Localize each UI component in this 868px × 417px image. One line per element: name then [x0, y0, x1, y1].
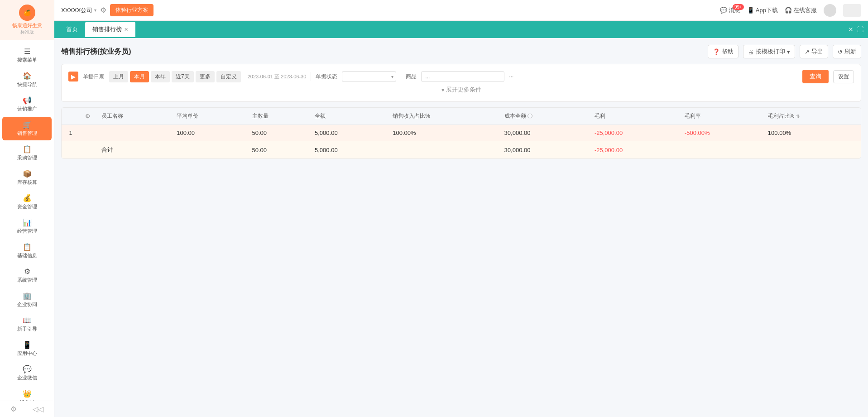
footer-profit-rate [679, 141, 762, 159]
setting-button[interactable]: 设置 [833, 70, 854, 83]
sidebar-system-label: 系统管理 [17, 277, 37, 283]
footer-empty-rank [62, 141, 80, 159]
expand-filters-button[interactable]: ▾ 展开更多条件 [71, 86, 852, 94]
col-avg-price: 平均单价 [171, 108, 246, 125]
query-button[interactable]: 查询 [802, 70, 829, 83]
help-button[interactable]: ❓ 帮助 [708, 45, 739, 58]
cell-profit-pct: 100.00% [762, 125, 861, 141]
sidebar-item-app-center[interactable]: 📱应用中心 [2, 337, 52, 360]
online-service-link[interactable]: 🎧 在线客服 [785, 6, 817, 14]
footer-qty: 50.00 [247, 141, 310, 159]
footer-empty-settings [80, 141, 96, 159]
profit-pct-sort-icon[interactable]: ⇅ [796, 114, 800, 119]
footer-profit-pct [762, 141, 861, 159]
sidebar-item-marketing[interactable]: 📢营销推广 [2, 92, 52, 116]
tab-0[interactable]: 首页 [59, 22, 85, 37]
status-select[interactable] [342, 71, 396, 82]
date-range-display: 2023-06-01 至 2023-06-30 [248, 73, 307, 80]
sidebar-item-wechat[interactable]: 💬企业微信 [2, 361, 52, 385]
sidebar-sales-label: 销售管理 [17, 130, 37, 137]
sidebar-finance-label: 资金管理 [17, 203, 37, 210]
sidebar-operations-label: 经营管理 [17, 228, 37, 235]
sidebar-item-quick-nav[interactable]: 🏠快捷导航 [2, 68, 52, 91]
sidebar-purchase-label: 采购管理 [17, 154, 37, 161]
sidebar-item-finance[interactable]: 💰资金管理 [2, 190, 52, 214]
print-button[interactable]: 🖨 按模板打印 ▾ [743, 45, 795, 58]
sidebar-item-inventory[interactable]: 📦库存核算 [2, 166, 52, 189]
sidebar-item-sales[interactable]: 🛒销售管理 [2, 117, 52, 140]
user-avatar[interactable] [824, 4, 836, 17]
footer-cost: 30,000.00 [499, 141, 589, 159]
date-filter-label: 单据日期 [83, 73, 105, 81]
try-industry-button[interactable]: 体验行业方案 [110, 4, 153, 16]
column-settings-icon[interactable]: ⚙ [85, 113, 91, 120]
cell-cost: 30,000.00 [499, 125, 589, 141]
sidebar-item-system[interactable]: ⚙系统管理 [2, 264, 52, 287]
sidebar-operations-icon: 📊 [23, 218, 32, 227]
filter-toggle-button[interactable]: ▶ [68, 72, 78, 81]
col-rank [62, 108, 80, 125]
more-fields-indicator[interactable]: ··· [509, 73, 513, 80]
date-btn-custom[interactable]: 自定义 [216, 71, 241, 82]
sidebar-item-member[interactable]: 👑畅会员 [2, 386, 52, 401]
cell-profit-rate: -500.00% [679, 125, 762, 141]
export-label: 导出 [811, 48, 823, 56]
sidebar-system-icon: ⚙ [24, 267, 30, 276]
topbar-left: XXXXX公司 ▾ ⚙ 体验行业方案 [61, 4, 153, 16]
cost-help-icon[interactable]: ⓘ [528, 113, 532, 119]
col-profit-rate: 毛利率 [679, 108, 762, 125]
sidebar-item-purchase[interactable]: 📋采购管理 [2, 141, 52, 165]
sidebar-item-basic-info[interactable]: 📋基础信息 [2, 239, 52, 263]
app-download-link[interactable]: 📱 App下载 [747, 6, 778, 14]
company-selector[interactable]: XXXXX公司 ▾ [61, 6, 96, 14]
footer-amount: 5,000.00 [309, 141, 387, 159]
sidebar-marketing-label: 营销推广 [17, 105, 37, 112]
tab-1[interactable]: 销售排行榜✕ [85, 22, 135, 37]
cell-sales-pct: 100.00% [387, 125, 499, 141]
col-cost: 成本全额 ⓘ [499, 108, 589, 125]
refresh-button[interactable]: ↺ 刷新 [833, 45, 861, 58]
col-settings[interactable]: ⚙ [80, 108, 96, 125]
tab-list: 首页销售排行榜✕ [59, 22, 454, 37]
message-area[interactable]: 💬 消息 99+ [720, 6, 740, 14]
col-sales-pct: 销售收入占比% [387, 108, 499, 125]
status-select-container [342, 71, 396, 82]
topbar-gear-icon[interactable]: ⚙ [100, 6, 106, 14]
page-header: 销售排行榜(按业务员) ❓ 帮助 🖨 按模板打印 ▾ ↗ 导出 ↺ 刷新 [61, 45, 861, 58]
sidebar-item-operations[interactable]: 📊经营管理 [2, 215, 52, 238]
sidebar-item-enterprise[interactable]: 🏢企业协同 [2, 288, 52, 312]
col-profit-pct: 毛利占比% ⇅ [762, 108, 861, 125]
collapse-icon[interactable]: ◁◁ [33, 405, 43, 413]
sidebar-member-icon: 👑 [23, 389, 32, 398]
sidebar-quick-nav-icon: 🏠 [23, 72, 32, 80]
settings-bottom-icon[interactable]: ⚙ [10, 405, 17, 413]
topbar: XXXXX公司 ▾ ⚙ 体验行业方案 💬 消息 99+ 📱 App下载 🎧 在线… [54, 0, 868, 21]
date-btn-more[interactable]: 更多 [196, 71, 215, 82]
sidebar-basic-info-label: 基础信息 [17, 252, 37, 259]
user-name-area[interactable] [843, 4, 861, 17]
goods-input[interactable] [421, 71, 504, 82]
close-window-icon[interactable]: ✕ [848, 26, 854, 33]
message-badge: 99+ [733, 4, 744, 10]
date-btn-last-month[interactable]: 上月 [109, 71, 128, 82]
data-table: ⚙ 员工名称 平均单价 主数量 全额 销售收入占比% 成本全额 ⓘ 毛利 毛利率 [62, 108, 861, 158]
export-button[interactable]: ↗ 导出 [800, 45, 828, 58]
sidebar-item-guide[interactable]: 📖新手引导 [2, 312, 52, 336]
cell-amount: 5,000.00 [309, 125, 387, 141]
date-btn-this-year[interactable]: 本年 [151, 71, 170, 82]
cell-name [96, 125, 171, 141]
sidebar-item-search[interactable]: ☰搜索菜单 [2, 43, 52, 67]
company-name: XXXXX公司 [61, 6, 92, 14]
date-buttons: 上月 本月 本年 近7天 更多 自定义 [109, 71, 241, 82]
tab-close-1[interactable]: ✕ [124, 27, 128, 33]
maximize-icon[interactable]: ⛶ [857, 26, 863, 33]
sidebar-enterprise-icon: 🏢 [23, 292, 32, 300]
logo-text: 畅康通好生意 [12, 22, 42, 29]
main-area: XXXXX公司 ▾ ⚙ 体验行业方案 💬 消息 99+ 📱 App下载 🎧 在线… [54, 0, 868, 417]
tab-label-1: 销售排行榜 [92, 25, 122, 34]
col-amount: 全额 [309, 108, 387, 125]
sidebar-bottom: ⚙ ◁◁ [0, 401, 54, 417]
date-btn-this-month[interactable]: 本月 [130, 71, 149, 82]
app-label: App下载 [756, 6, 778, 14]
date-btn-7days[interactable]: 近7天 [172, 71, 194, 82]
